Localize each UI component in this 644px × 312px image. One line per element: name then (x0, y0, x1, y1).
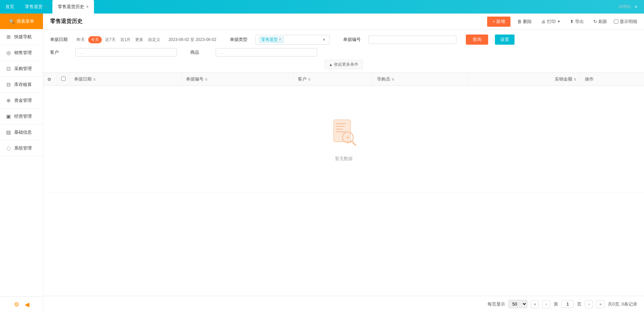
print-chevron-icon: ▼ (557, 20, 560, 23)
th-amount[interactable]: 实销金额 ⇅ (469, 73, 580, 86)
page-size-label: 每页显示 (487, 301, 505, 307)
sidebar-item-finance[interactable]: ⊕ 资金管理 (0, 93, 43, 109)
window-close-button[interactable]: × (633, 4, 639, 9)
th-no-label: 单据编号 (186, 76, 204, 82)
content-area: 零售退货历史 + 新增 🗑 删除 🖨 打印 ▼ ⬆ 导出 ↻ (43, 14, 644, 312)
sidebar: 🔍 搜索菜单 ⊞ 快捷导航 ◎ 销售管理 ⊡ 采购管理 ⊟ 库存核算 ⊕ 资金管… (0, 14, 43, 312)
svg-rect-2 (336, 126, 344, 127)
show-detail-checkbox[interactable] (614, 19, 618, 24)
customer-select[interactable]: ... (75, 48, 177, 57)
date-btn-custom[interactable]: 自定义 (147, 36, 162, 43)
new-button[interactable]: + 新增 (487, 17, 510, 27)
tab-home[interactable]: 首页 (0, 0, 20, 14)
settings-button[interactable]: 设置 (495, 35, 515, 45)
th-guide[interactable]: 导购员 ⇅ (373, 73, 469, 86)
delete-button[interactable]: 🗑 删除 (515, 17, 534, 26)
th-customer[interactable]: 客户 ⇅ (293, 73, 373, 86)
collapse-button[interactable]: ▲ 收起更多条件 (325, 60, 363, 69)
quick-nav-icon: ⊞ (5, 34, 11, 40)
sidebar-item-basic-info-label: 基础信息 (14, 129, 32, 135)
page-chapter-label: 第 (554, 301, 558, 307)
sidebar-item-system-mgmt[interactable]: ◌ 系统管理 (0, 140, 43, 156)
data-table: ⚙ 单据日期 ⇅ 单据编号 (43, 73, 644, 193)
export-label: 导出 (575, 19, 584, 25)
th-checkbox[interactable] (57, 73, 70, 86)
export-button[interactable]: ⬆ 导出 (567, 17, 587, 26)
svg-line-6 (352, 141, 356, 145)
voucher-type-tag-close[interactable]: × (279, 37, 281, 42)
page-last-button[interactable]: » (596, 300, 604, 308)
show-detail-checkbox-wrap[interactable]: 显示明细 (614, 19, 637, 25)
th-date[interactable]: 单据日期 ⇅ (70, 73, 182, 86)
delete-label: 删除 (523, 19, 532, 25)
tab-retail-return-history-close[interactable]: × (86, 4, 89, 9)
th-amount-sort[interactable]: 实销金额 ⇅ (473, 76, 576, 82)
goods-select[interactable]: ... (216, 48, 317, 57)
page-number-input[interactable] (562, 300, 574, 308)
select-all-checkbox[interactable] (61, 76, 66, 81)
print-button[interactable]: 🖨 打印 ▼ (539, 17, 563, 26)
topbar-right: OfTEn × (619, 4, 644, 9)
voucher-type-chevron-icon: ▼ (322, 38, 326, 42)
voucher-type-tag: 零售退货 × (259, 37, 284, 43)
collapse-row: ▲ 收起更多条件 (50, 60, 637, 69)
th-customer-sort[interactable]: 客户 ⇅ (298, 76, 368, 82)
page-first-button[interactable]: « (531, 300, 539, 308)
tab-retail-return-label: 零售退货 (25, 4, 43, 10)
search-icon: 🔍 (9, 19, 15, 24)
collapse-label: 收起更多条件 (334, 62, 358, 67)
top-bar: 首页 零售退货 × 零售退货历史 × OfTEn × (0, 0, 644, 14)
th-no[interactable]: 单据编号 ⇅ (182, 73, 293, 86)
tab-home-label: 首页 (5, 4, 14, 10)
export-icon: ⬆ (570, 19, 574, 24)
th-date-sort[interactable]: 单据日期 ⇅ (74, 76, 177, 82)
sidebar-collapse-icon[interactable]: ◀ (25, 301, 29, 308)
date-btn-more[interactable]: 更多 (134, 36, 145, 43)
sidebar-bottom: ⚙ ◀ (0, 296, 43, 312)
main-layout: 🔍 搜索菜单 ⊞ 快捷导航 ◎ 销售管理 ⊡ 采购管理 ⊟ 库存核算 ⊕ 资金管… (0, 14, 644, 312)
filter-row-2: 客户 ... 商品 ... (50, 48, 637, 57)
page-total-label: 共0页, 0条记录 (608, 301, 637, 307)
tab-retail-return-history[interactable]: 零售退货历史 × (52, 0, 94, 14)
date-range-display: 2023-06-02 至 2023-06-02 (168, 37, 216, 43)
date-btn-7days[interactable]: 近7天 (104, 36, 117, 43)
tab-retail-return-history-label: 零售退货历史 (58, 4, 84, 10)
th-date-label: 单据日期 (74, 76, 92, 82)
tab-retail-return[interactable]: 零售退货 × (20, 0, 52, 14)
sidebar-item-basic-info[interactable]: ▤ 基础信息 (0, 125, 43, 140)
sidebar-item-purchase-mgmt-label: 采购管理 (14, 66, 32, 72)
sidebar-search[interactable]: 🔍 搜索菜单 (0, 14, 43, 29)
page-prev-button[interactable]: ‹ (542, 300, 550, 308)
empty-state-row: 暂无数据 (43, 86, 644, 193)
sidebar-item-inventory[interactable]: ⊟ 库存核算 (0, 77, 43, 93)
sidebar-item-operations[interactable]: ▣ 经营管理 (0, 109, 43, 125)
tab-retail-return-close[interactable]: × (45, 4, 47, 9)
sidebar-item-sales-mgmt[interactable]: ◎ 销售管理 (0, 45, 43, 61)
customer-filter-label: 客户 (50, 49, 69, 55)
th-customer-label: 客户 (298, 76, 307, 82)
th-settings[interactable]: ⚙ (43, 73, 57, 86)
page-size-select[interactable]: 10 20 50 100 (508, 300, 527, 308)
date-btn-yesterday[interactable]: 昨天 (75, 36, 86, 43)
refresh-button[interactable]: ↻ 刷新 (591, 17, 610, 26)
settings-gear-icon[interactable]: ⚙ (14, 301, 19, 308)
toolbar: + 新增 🗑 删除 🖨 打印 ▼ ⬆ 导出 ↻ 刷新 (487, 17, 637, 27)
query-button[interactable]: 查询 (466, 35, 488, 45)
voucher-no-input[interactable] (368, 36, 456, 44)
sidebar-item-purchase-mgmt[interactable]: ⊡ 采购管理 (0, 61, 43, 77)
sidebar-item-operations-label: 经营管理 (14, 113, 32, 119)
date-btn-today[interactable]: 今天 (88, 36, 102, 43)
table-wrap: ⚙ 单据日期 ⇅ 单据编号 (43, 73, 644, 296)
basic-info-icon: ▤ (5, 129, 11, 135)
th-date-sort-icon: ⇅ (93, 77, 96, 81)
date-btn-1month[interactable]: 近1月 (119, 36, 132, 43)
th-no-sort[interactable]: 单据编号 ⇅ (186, 76, 289, 82)
empty-state-cell: 暂无数据 (43, 86, 644, 193)
sidebar-item-quick-nav[interactable]: ⊞ 快捷导航 (0, 29, 43, 45)
sidebar-search-label: 搜索菜单 (17, 18, 34, 24)
th-guide-sort[interactable]: 导购员 ⇅ (377, 76, 464, 82)
voucher-type-select[interactable]: 零售退货 × ▼ (255, 35, 330, 45)
page-next-button[interactable]: › (585, 300, 593, 308)
print-label: 打印 (547, 19, 556, 25)
th-amount-sort-icon: ⇅ (574, 77, 576, 81)
